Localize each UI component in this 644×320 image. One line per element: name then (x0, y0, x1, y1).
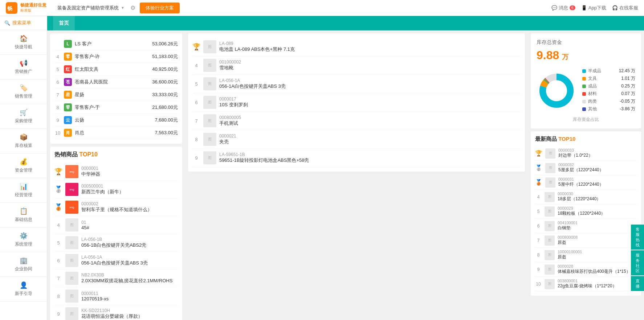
sidebar-item-marketing[interactable]: 📢 营销推广 (0, 55, 47, 79)
ranking-row: 4 零 零售客户-许 51,183.00元 (54, 50, 178, 63)
cs-hotline-button[interactable]: 客服 热线 (631, 225, 644, 250)
notification-item[interactable]: 💬 消息 6 (551, 5, 575, 11)
hot-product-row: 5 图 LA-056-1B 056-1B白色按键开关壳ABS2壳 (54, 234, 178, 252)
phone-icon: 📱 (581, 5, 587, 11)
logo-icon: 畅 (6, 2, 17, 14)
search-menu-item[interactable]: 🔍 搜索菜单 (0, 16, 47, 30)
operations-icon: 📊 (20, 182, 28, 190)
trial-button[interactable]: 体验行业方案 (140, 3, 180, 13)
product-image-placeholder: 图 (203, 133, 216, 146)
rank-number: 5 (54, 240, 62, 246)
legend-dot (582, 107, 586, 111)
customer-amount: 40,925.00元 (152, 66, 178, 73)
hot-mid-row: 4 图 001000002 雪地靴 (192, 56, 521, 75)
cs-live-button[interactable]: 直播 (631, 276, 644, 291)
system-selector[interactable]: 装备及固定资产辅助管理系统 ▼ (57, 5, 125, 11)
sidebar-item-operations[interactable]: 📊 经营管理 (0, 178, 47, 203)
enterprise-icon: 🏢 (20, 257, 28, 264)
rank-number: 8 (54, 105, 61, 110)
ranking-row: 10 肖 肖总 7,563.00元 (54, 127, 178, 139)
rank-number: 4 (192, 63, 200, 68)
search-icon: 🔍 (4, 20, 10, 26)
hot-product-row: 4 图 01 45# (54, 216, 178, 234)
inventory-amount: 9.88 万 (537, 49, 635, 62)
hot-mid-row: 9 图 LA-59651-1B 59651-1B旋转投影灯电池盒ABS黑色+58… (192, 149, 521, 167)
customer-amount: 21,680.00元 (152, 104, 178, 111)
rank-number: 10 (54, 130, 61, 136)
hot-products-middle-card: 🏆 图 LA-089 电池盖 LA-089 ABS本色+黑种 7.1克 4 图 (188, 33, 525, 172)
hot-product-row: 🥈 img 000500001 新西兰牛肉（新牛） (54, 181, 178, 198)
legend-value: 1.01 万 (621, 75, 635, 82)
top-right-area: 💬 消息 6 📱 App下载 🎧 在线客服 (551, 5, 638, 11)
legend-item: 其他 -3.86 万 (582, 106, 635, 112)
customer-ranking-table: L LS 客户 53,006.26元 4 零 零售客户-许 51,183.00元 (54, 38, 178, 139)
sidebar-item-newbie[interactable]: 👤 新手引导 (0, 277, 47, 301)
product-image-placeholder: 图 (65, 290, 78, 303)
product-image-placeholder: 图 (545, 177, 555, 188)
tab-home[interactable]: 首页 (53, 16, 75, 30)
rank-medal-icon: 🥉 (54, 203, 62, 211)
sidebar-label-finance: 资金管理 (15, 167, 32, 173)
product-image-placeholder: 图 (203, 114, 216, 127)
customer-name: 零售客户-许 (75, 53, 149, 60)
legend-label: 成品 (588, 83, 619, 89)
rank-number: 10 (535, 282, 542, 287)
legend-label: 肉类 (588, 98, 617, 104)
legend-value: -3.86 万 (620, 106, 635, 112)
sidebar-item-quick-nav[interactable]: 🏠 快捷导航 (0, 30, 47, 55)
product-image-placeholder: 图 (545, 279, 555, 289)
hot-mid-row: 6 图 0000017 10S 变刹罗刹 (192, 93, 521, 112)
sidebar-label-basic: 基础信息 (15, 217, 32, 223)
sidebar-label-purchase: 采购管理 (15, 118, 32, 124)
product-image-placeholder: 图 (65, 236, 78, 249)
ranking-row: 7 星 星扬 33,333.00元 (54, 89, 178, 101)
sidebar-item-finance[interactable]: 💰 资金管理 (0, 153, 47, 178)
rank-number: 7 (54, 92, 61, 98)
customer-amount: 51,183.00元 (152, 53, 178, 60)
legend-label: 半成品 (588, 68, 617, 74)
hot-products-left-title: 热销商品 TOP10 (54, 151, 178, 159)
sidebar-item-sales[interactable]: 🏷️ 销售管理 (0, 79, 47, 104)
cs-community-button[interactable]: 服务 社区 (631, 250, 644, 275)
notification-icon: 💬 (551, 5, 557, 11)
home-icon: 🏠 (20, 34, 28, 42)
rank-number: 4 (54, 54, 61, 60)
hot-mid-row: 7 图 000800005 手机测试 (192, 112, 521, 130)
system-icon: ⚙️ (20, 232, 28, 240)
ranking-row: 9 云 云扬 7,680.00元 (54, 114, 178, 127)
sidebar: 🔍 搜索菜单 🏠 快捷导航 📢 营销推广 🏷️ 销售管理 🛒 采购管理 📦 库存… (0, 16, 47, 320)
customer-service-float: 客服 热线 服务 社区 直播 (631, 225, 644, 291)
product-image-placeholder: 图 (545, 148, 555, 159)
sidebar-item-basic[interactable]: 📋 基础信息 (0, 203, 47, 227)
legend-label: 材料 (588, 91, 619, 97)
page-nav: 首页 (47, 16, 644, 30)
inventory-footer: 库存资金占比 (537, 116, 635, 123)
finance-icon: 💰 (20, 158, 28, 166)
headset-icon: 🎧 (612, 5, 618, 11)
online-service-label: 在线客服 (619, 5, 638, 11)
newest-row: 5 图 0000029 18颗粒板（1220*2440） (535, 204, 637, 219)
newest-row: 🥈 图 0000032 5厘多层（1220*2440） (535, 161, 637, 175)
rank-number: 6 (54, 258, 62, 263)
tab-home-label: 首页 (59, 20, 69, 26)
rank-number: 4 (535, 194, 542, 200)
customer-amount: 33,333.00元 (152, 91, 178, 98)
online-service-item[interactable]: 🎧 在线客服 (612, 5, 638, 11)
rank-number: 4 (54, 222, 62, 228)
sidebar-label-operations: 经营管理 (15, 192, 32, 198)
product-image-placeholder: 图 (203, 59, 216, 72)
product-image-placeholder: 图 (545, 206, 555, 217)
gear-icon[interactable]: ⚙ (130, 4, 135, 11)
sidebar-item-inventory[interactable]: 📦 库存核算 (0, 129, 47, 153)
sidebar-item-purchase[interactable]: 🛒 采购管理 (0, 104, 47, 129)
product-image-placeholder: 图 (545, 235, 555, 246)
sidebar-item-system[interactable]: ⚙️ 系统管理 (0, 227, 47, 252)
customer-amount: 36,600.00元 (152, 79, 178, 85)
legend-list: 半成品 12.45 万 文具 1.01 万 成品 0 (582, 68, 635, 114)
sidebar-item-enterprise[interactable]: 🏢 企业协同 (0, 252, 47, 277)
newest-row: 8 图 10000100001 原盔 (535, 248, 637, 262)
left-panel: L LS 客户 53,006.26元 4 零 零售客户-许 51,183.00元 (47, 30, 185, 320)
app-download-item[interactable]: 📱 App下载 (581, 5, 606, 11)
content-area: 首页 L LS 客户 53,006.26元 (47, 16, 644, 320)
customer-name: 星扬 (75, 91, 149, 98)
